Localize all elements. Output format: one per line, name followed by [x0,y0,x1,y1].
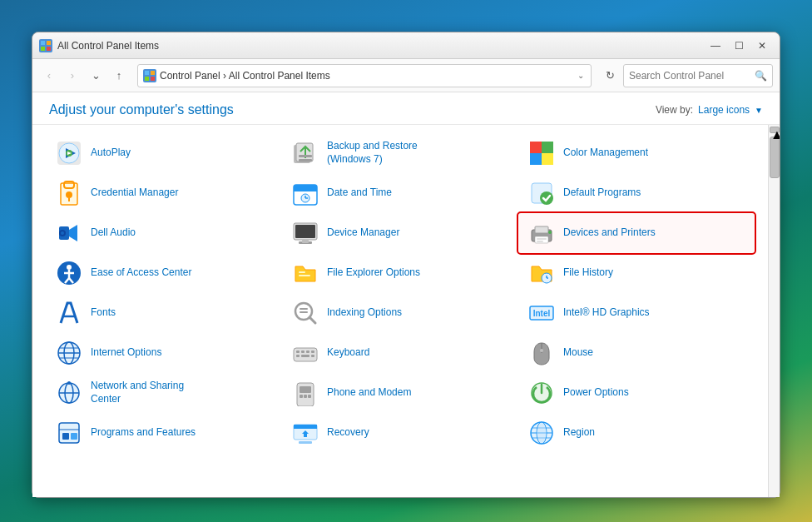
item-default-programs[interactable]: Default Programs [518,173,755,213]
svg-rect-19 [530,142,542,153]
view-by-control: View by: Large icons ▼ [656,104,763,116]
search-icon[interactable]: 🔍 [755,70,767,82]
svg-point-85 [67,381,71,385]
label-credential-manager: Credential Manager [91,186,178,200]
item-fonts[interactable]: Fonts [46,293,282,333]
item-network-sharing[interactable]: Network and Sharing Center [46,373,282,413]
label-color-management: Color Management [563,147,648,160]
up-button[interactable]: ↑ [109,66,129,86]
item-device-manager[interactable]: Device Manager [282,213,518,253]
scrollbar[interactable]: ▲ [768,125,780,497]
refresh-button[interactable]: ↻ [600,66,620,86]
item-file-history[interactable]: File History [518,253,755,293]
item-intel-hd-graphics[interactable]: IntelIntel® HD Graphics [518,293,755,333]
view-by-arrow[interactable]: ▼ [755,106,763,115]
search-bar[interactable]: 🔍 [623,64,773,87]
item-programs-features[interactable]: Programs and Features [46,413,282,453]
view-by-label: View by: [656,104,693,116]
svg-rect-76 [311,350,314,353]
label-region: Region [563,426,595,440]
scrollbar-up-arrow[interactable]: ▲ [770,127,780,133]
svg-rect-5 [151,71,155,75]
search-input[interactable] [629,70,755,82]
item-region[interactable]: Region [518,413,755,453]
svg-rect-20 [542,142,553,153]
icon-file-explorer-options [292,260,319,286]
recent-locations-button[interactable]: ⌄ [86,66,106,86]
item-date-time[interactable]: Date and Time [282,173,518,213]
icon-internet-options [56,340,82,366]
svg-rect-21 [530,153,542,165]
item-keyboard[interactable]: Keyboard [282,333,518,373]
svg-rect-90 [308,395,311,398]
icon-file-history [528,260,555,286]
address-dropdown-arrow[interactable]: ⌄ [576,69,586,82]
icon-credential-manager [56,180,82,206]
svg-rect-77 [296,355,300,357]
label-power-options: Power Options [563,386,629,400]
icon-recovery [292,420,319,446]
icon-power-options [528,380,555,406]
minimize-button[interactable]: — [705,37,726,54]
content-area: AutoPlayBackup and Restore (Windows 7)Co… [32,125,768,497]
item-internet-options[interactable]: Internet Options [46,333,282,373]
item-dell-audio[interactable]: Dell Audio [46,213,282,253]
item-backup-restore[interactable]: Backup and Restore (Windows 7) [282,133,518,173]
content-wrapper: AutoPlayBackup and Restore (Windows 7)Co… [32,125,780,497]
address-bar[interactable]: Control Panel › All Control Panel Items … [137,64,592,87]
control-panel-window: All Control Panel Items — ☐ ✕ ‹ › ⌄ ↑ Co… [32,32,780,498]
item-phone-modem[interactable]: Phone and Modem [282,373,518,413]
label-recovery: Recovery [327,426,369,440]
close-button[interactable]: ✕ [751,37,773,54]
items-grid: AutoPlayBackup and Restore (Windows 7)Co… [46,133,755,453]
icon-ease-of-access [56,260,82,286]
item-color-management[interactable]: Color Management [518,133,755,173]
icon-keyboard [292,340,319,366]
scrollbar-thumb[interactable] [770,137,780,178]
svg-text:Intel: Intel [533,309,551,318]
item-indexing-options[interactable]: Indexing Options [282,293,518,333]
icon-fonts [56,300,82,326]
svg-rect-6 [145,77,149,81]
icon-phone-modem [292,380,319,406]
item-autoplay[interactable]: AutoPlay [46,133,282,173]
svg-point-46 [548,231,552,234]
item-recovery[interactable]: Recovery [282,413,518,453]
icon-intel-hd-graphics: Intel [528,300,555,326]
icon-programs-features [56,420,82,446]
item-file-explorer-options[interactable]: File Explorer Options [282,253,518,293]
item-mouse[interactable]: Mouse [518,333,755,373]
content-header: Adjust your computer's settings View by:… [32,92,780,125]
svg-rect-47 [537,238,547,240]
item-credential-manager[interactable]: Credential Manager [46,173,282,213]
address-path: Control Panel › All Control Panel Items [160,70,576,82]
svg-rect-64 [300,311,308,313]
item-power-options[interactable]: Power Options [518,373,755,413]
svg-rect-87 [300,386,311,393]
svg-rect-40 [295,225,315,238]
back-button[interactable]: ‹ [39,66,59,86]
view-by-value[interactable]: Large icons [698,104,750,116]
icon-color-management [528,140,555,167]
item-ease-of-access[interactable]: Ease of Access Center [46,253,282,293]
label-dell-audio: Dell Audio [91,226,136,240]
label-intel-hd-graphics: Intel® HD Graphics [563,306,650,320]
svg-rect-29 [294,188,317,191]
svg-point-81 [540,349,543,352]
maximize-button[interactable]: ☐ [728,37,750,54]
toolbar: ‹ › ⌄ ↑ Control Panel › All Control Pane… [32,59,780,92]
page-title: Adjust your computer's settings [49,102,234,117]
item-devices-printers[interactable]: Devices and Printers [518,213,755,253]
svg-rect-98 [299,441,312,444]
address-bar-icon [143,69,156,82]
svg-rect-1 [47,41,51,45]
svg-rect-78 [311,355,314,357]
label-ease-of-access: Ease of Access Center [91,266,191,280]
svg-rect-48 [537,241,543,242]
label-indexing-options: Indexing Options [327,306,402,320]
forward-button[interactable]: › [62,66,82,86]
label-device-manager: Device Manager [327,226,399,240]
label-date-time: Date and Time [327,186,392,200]
icon-date-time [292,180,319,206]
svg-rect-97 [294,425,317,429]
